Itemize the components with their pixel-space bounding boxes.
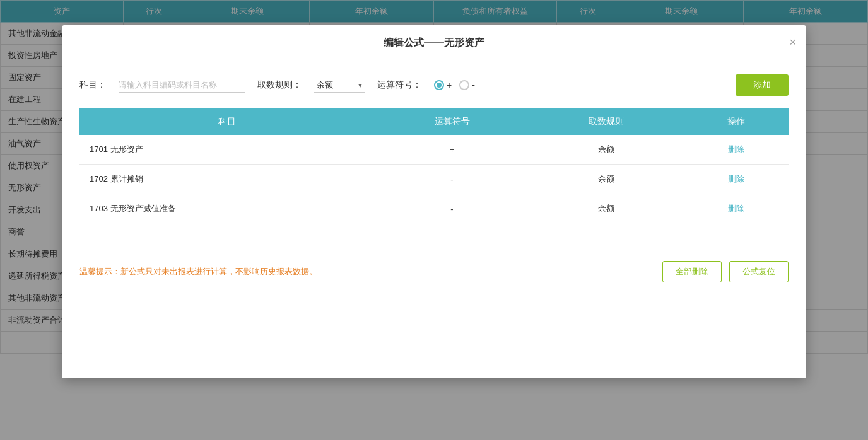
rule-label: 取数规则： bbox=[257, 79, 302, 91]
operator-radio-group: + - bbox=[434, 80, 475, 90]
row3-delete-button[interactable]: 删除 bbox=[728, 203, 744, 214]
modal-body: 科目： 取数规则： 余额 借方 贷方 借方发生额 贷方发生额 ▼ 运算符号： bbox=[62, 59, 806, 251]
row3-operator: - bbox=[375, 194, 529, 224]
minus-radio-circle bbox=[459, 80, 469, 90]
add-button[interactable]: 添加 bbox=[736, 74, 789, 96]
row1-delete-button[interactable]: 删除 bbox=[728, 144, 744, 155]
col-subject-header: 科目 bbox=[79, 108, 375, 135]
plus-radio-circle bbox=[434, 80, 444, 90]
table-header-row: 科目 运算符号 取数规则 操作 bbox=[79, 108, 789, 135]
modal-title: 编辑公式——无形资产 bbox=[384, 37, 484, 48]
row3-action: 删除 bbox=[683, 194, 789, 224]
reset-formula-button[interactable]: 公式复位 bbox=[729, 261, 789, 282]
footer-tip: 温馨提示：新公式只对未出报表进行计算，不影响历史报表数据。 bbox=[79, 266, 317, 277]
subject-label: 科目： bbox=[79, 79, 106, 91]
footer-actions: 全部删除 公式复位 bbox=[662, 261, 789, 282]
delete-all-button[interactable]: 全部删除 bbox=[662, 261, 722, 282]
operator-label: 运算符号： bbox=[377, 79, 421, 91]
row3-subject: 1703 无形资产减值准备 bbox=[79, 194, 375, 224]
row3-rule: 余额 bbox=[529, 194, 684, 224]
table-row: 1702 累计摊销 - 余额 删除 bbox=[79, 165, 789, 194]
rule-select-wrapper: 余额 借方 贷方 借方发生额 贷方发生额 ▼ bbox=[314, 78, 365, 93]
row1-subject: 1701 无形资产 bbox=[79, 135, 375, 165]
modal-footer: 温馨提示：新公式只对未出报表进行计算，不影响历史报表数据。 全部删除 公式复位 bbox=[62, 251, 806, 292]
table-row: 1701 无形资产 + 余额 删除 bbox=[79, 135, 789, 165]
plus-radio-label: + bbox=[447, 80, 452, 90]
col-operator-header: 运算符号 bbox=[375, 108, 529, 135]
table-row: 1703 无形资产减值准备 - 余额 删除 bbox=[79, 194, 789, 224]
row2-operator: - bbox=[375, 165, 529, 194]
row2-subject: 1702 累计摊销 bbox=[79, 165, 375, 194]
col-action-header: 操作 bbox=[683, 108, 789, 135]
row1-action: 删除 bbox=[683, 135, 789, 165]
modal-dialog: 编辑公式——无形资产 × 科目： 取数规则： 余额 借方 贷方 借方发生额 贷 bbox=[62, 25, 806, 378]
formula-table: 科目 运算符号 取数规则 操作 1701 无形资产 + 余额 删除 bbox=[79, 108, 789, 223]
row1-rule: 余额 bbox=[529, 135, 684, 165]
modal-header: 编辑公式——无形资产 × bbox=[62, 25, 806, 59]
subject-input[interactable] bbox=[119, 78, 245, 93]
rule-select[interactable]: 余额 借方 贷方 借方发生额 贷方发生额 bbox=[314, 78, 365, 93]
row2-action: 删除 bbox=[683, 165, 789, 194]
form-row: 科目： 取数规则： 余额 借方 贷方 借方发生额 贷方发生额 ▼ 运算符号： bbox=[79, 74, 789, 96]
row2-delete-button[interactable]: 删除 bbox=[728, 173, 744, 185]
row1-operator: + bbox=[375, 135, 529, 165]
col-rule-header: 取数规则 bbox=[529, 108, 684, 135]
minus-radio-label: - bbox=[472, 80, 475, 90]
operator-plus-radio[interactable]: + bbox=[434, 80, 452, 90]
modal-close-button[interactable]: × bbox=[789, 37, 796, 48]
operator-minus-radio[interactable]: - bbox=[459, 80, 475, 90]
row2-rule: 余额 bbox=[529, 165, 684, 194]
modal-overlay: 编辑公式——无形资产 × 科目： 取数规则： 余额 借方 贷方 借方发生额 贷 bbox=[0, 0, 868, 440]
